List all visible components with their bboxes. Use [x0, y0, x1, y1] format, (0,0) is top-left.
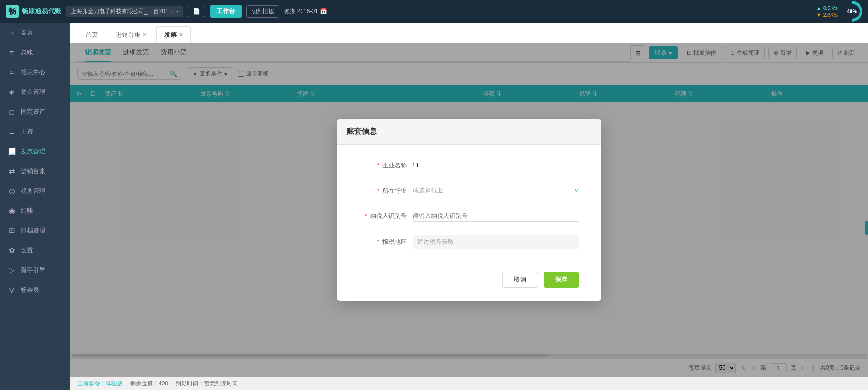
sidebar-label-home: 首页 — [21, 28, 33, 37]
required-star-industry: * — [377, 187, 379, 194]
tab-home[interactable]: 首页 — [77, 26, 106, 43]
switch-old-button[interactable]: 切到旧版 — [246, 5, 279, 18]
main-content: 销项发票 进项发票 费用小票 ⊞ 取票 ▾ ⊟ — [70, 43, 868, 377]
sidebar: ⌂ 首页 ≡ 总账 ≈ 报表中心 ◈ 资金管理 □ 固定资产 ≣ 工资 — [0, 23, 70, 390]
sidebar-label-invoice-mgmt: 发票管理 — [21, 147, 45, 156]
tax-region-label: * 报税地区 — [360, 238, 407, 246]
tab-home-label: 首页 — [85, 31, 98, 39]
sidebar-item-guide[interactable]: ▷ 新手引导 — [0, 260, 70, 280]
app-logo: 畅 畅康通易代账 — [6, 5, 61, 18]
cancel-button[interactable]: 取消 — [502, 272, 538, 288]
sidebar-item-funds[interactable]: ◈ 资金管理 — [0, 82, 70, 102]
sidebar-item-reports[interactable]: ≈ 报表中心 — [0, 62, 70, 82]
purchase-sale-icon: ⇄ — [8, 167, 16, 175]
sidebar-label-settlement: 结账 — [21, 207, 33, 215]
industry-select[interactable]: 请选择行业 ∨ — [413, 184, 579, 197]
tax-id-label: * 纳税人识别号 — [360, 212, 407, 220]
settings-icon: ✿ — [8, 246, 16, 255]
archive-icon: ⊞ — [8, 226, 16, 235]
cpu-percent: 49% — [844, 4, 860, 19]
company-name-input[interactable] — [413, 160, 579, 171]
sidebar-item-ledger[interactable]: ≡ 总账 — [0, 42, 70, 62]
sidebar-item-home[interactable]: ⌂ 首页 — [0, 23, 70, 42]
tab-purchase-sale-close-icon[interactable]: × — [143, 32, 146, 38]
cpu-progress-circle: 49% — [842, 1, 862, 22]
tax-region-display: 通过税号获取 — [413, 235, 579, 249]
status-bar: 当前套餐：体验版 剩余金额：400 到期时间：暂无到期时间 — [70, 377, 868, 390]
sidebar-item-tax-mgmt[interactable]: ◎ 税务管理 — [0, 181, 70, 201]
tab-invoice-label: 发票 — [164, 31, 177, 39]
app-container: 畅 畅康通易代账 上海卯金刀电子科技有限公司_（台201... ▾ 📄 工作台 … — [0, 0, 868, 390]
sidebar-label-reports: 报表中心 — [21, 68, 45, 76]
modal-body: * 企业名称 * 所在行业 — [337, 145, 601, 264]
main-area: ⌂ 首页 ≡ 总账 ≈ 报表中心 ◈ 资金管理 □ 固定资产 ≣ 工资 — [0, 23, 868, 390]
top-bar-right: ▲ 8.5K/s ▼ 2.6K/s 49% — [817, 1, 862, 22]
form-row-industry: * 所在行业 请选择行业 ∨ — [360, 184, 579, 197]
settlement-icon: ◉ — [8, 207, 16, 215]
sidebar-label-salary: 工资 — [21, 127, 33, 136]
form-row-company-name: * 企业名称 — [360, 160, 579, 171]
status-balance: 剩余金额：400 — [130, 380, 168, 388]
tab-invoice[interactable]: 发票 × — [156, 26, 191, 43]
tab-invoice-close-icon[interactable]: × — [179, 32, 183, 38]
sidebar-label-ledger: 总账 — [21, 48, 33, 57]
invoice-mgmt-icon: 🧾 — [8, 147, 16, 156]
sidebar-label-purchase-sale: 进销台账 — [21, 167, 45, 175]
industry-dropdown-icon: ∨ — [574, 187, 579, 194]
tab-purchase-sale[interactable]: 进销台账 × — [108, 26, 154, 43]
sidebar-label-archive: 归档管理 — [21, 226, 45, 235]
save-button[interactable]: 保存 — [544, 272, 579, 288]
account-info-modal: 账套信息 * 企业名称 — [337, 119, 601, 301]
industry-label: * 所在行业 — [360, 187, 407, 195]
workspace-button[interactable]: 工作台 — [210, 5, 242, 18]
sidebar-item-fixed-assets[interactable]: □ 固定资产 — [0, 102, 70, 122]
form-row-tax-id: * 纳税人识别号 — [360, 210, 579, 222]
tax-id-input[interactable] — [413, 210, 579, 222]
required-star-company: * — [377, 162, 379, 169]
sidebar-item-settlement[interactable]: ◉ 结账 — [0, 201, 70, 221]
calendar-icon[interactable]: 📅 — [320, 8, 327, 15]
sidebar-label-member: 畅会员 — [21, 286, 39, 294]
tax-mgmt-icon: ◎ — [8, 187, 16, 195]
company-selector[interactable]: 上海卯金刀电子科技有限公司_（台201... ▾ — [66, 6, 183, 17]
sidebar-label-tax-mgmt: 税务管理 — [21, 187, 45, 195]
sidebar-item-invoice-mgmt[interactable]: 🧾 发票管理 — [0, 141, 70, 161]
sidebar-item-member[interactable]: V 畅会员 — [0, 280, 70, 300]
company-dropdown-icon: ▾ — [176, 9, 178, 14]
period-value: 2016-01 — [297, 8, 318, 15]
tab-purchase-sale-label: 进销台账 — [116, 31, 140, 39]
required-star-tax-region: * — [377, 238, 379, 245]
content-area: 首页 进销台账 × 发票 × 销项发票 进 — [70, 23, 868, 390]
modal-header: 账套信息 — [337, 119, 601, 145]
sidebar-label-guide: 新手引导 — [21, 266, 45, 274]
required-star-tax-id: * — [365, 212, 367, 219]
ledger-icon: ≡ — [8, 49, 16, 57]
doc-icon-button[interactable]: 📄 — [188, 6, 205, 17]
tab-bar: 首页 进销台账 × 发票 × — [70, 23, 868, 43]
sidebar-item-archive[interactable]: ⊞ 归档管理 — [0, 221, 70, 241]
top-bar: 畅 畅康通易代账 上海卯金刀电子科技有限公司_（台201... ▾ 📄 工作台 … — [0, 0, 868, 23]
network-indicator: ▲ 8.5K/s ▼ 2.6K/s — [817, 5, 838, 17]
modal-footer: 取消 保存 — [337, 264, 601, 301]
funds-icon: ◈ — [8, 88, 16, 96]
member-icon: V — [8, 286, 16, 294]
company-name: 上海卯金刀电子科技有限公司_（台201... — [71, 8, 173, 16]
period-info: 账期 2016-01 📅 — [284, 8, 327, 16]
reports-icon: ≈ — [8, 68, 16, 76]
form-row-tax-region: * 报税地区 通过税号获取 — [360, 235, 579, 249]
status-subscription[interactable]: 当前套餐：体验版 — [77, 380, 123, 388]
modal-overlay: 账套信息 * 企业名称 — [70, 43, 868, 377]
industry-placeholder: 请选择行业 — [413, 186, 443, 195]
sidebar-item-settings[interactable]: ✿ 设置 — [0, 241, 70, 260]
logo-icon: 畅 — [6, 5, 19, 18]
guide-icon: ▷ — [8, 266, 16, 274]
sidebar-item-purchase-sale[interactable]: ⇄ 进销台账 — [0, 161, 70, 181]
salary-icon: ≣ — [8, 127, 16, 136]
fixed-assets-icon: □ — [8, 108, 16, 116]
net-upload-speed: ▲ 8.5K/s — [817, 5, 838, 11]
company-name-label: * 企业名称 — [360, 161, 407, 170]
logo-text: 畅康通易代账 — [22, 7, 61, 16]
status-expiry: 到期时间：暂无到期时间 — [176, 380, 238, 388]
sidebar-item-salary[interactable]: ≣ 工资 — [0, 122, 70, 141]
sidebar-label-funds: 资金管理 — [21, 88, 45, 96]
